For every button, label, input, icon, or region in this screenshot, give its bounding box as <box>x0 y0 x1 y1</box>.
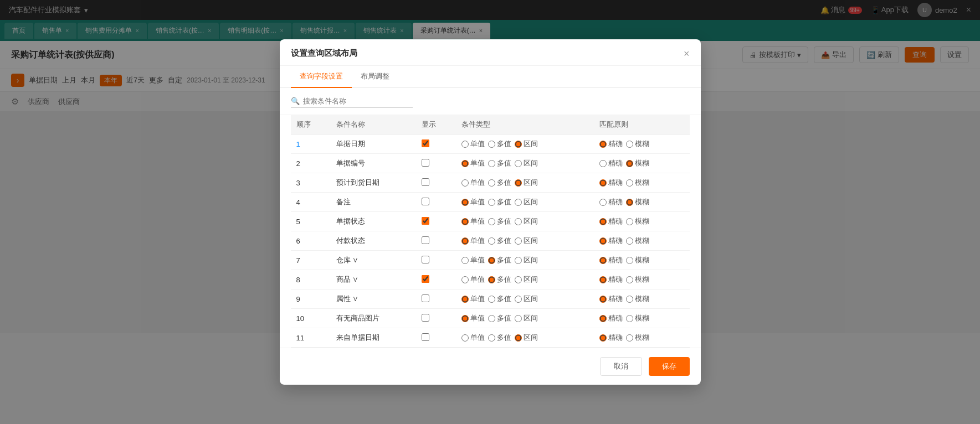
match-option-精确[interactable]: 精确 <box>599 333 623 333</box>
row-type-cell: 单值多值区间 <box>456 135 593 154</box>
type-option-单值[interactable]: 单值 <box>461 333 485 333</box>
table-row: 5单据状态单值多值区间精确模糊 <box>291 212 690 231</box>
table-row: 4备注单值多值区间精确模糊 <box>291 193 690 212</box>
type-option-区间[interactable]: 区间 <box>515 178 538 188</box>
type-option-单值[interactable]: 单值 <box>461 275 485 285</box>
type-option-区间[interactable]: 区间 <box>515 216 538 226</box>
row-type-cell: 单值多值区间 <box>456 231 593 251</box>
type-option-区间[interactable]: 区间 <box>515 313 538 323</box>
row-match-cell: 精确模糊 <box>594 231 690 251</box>
row-condition-name: 来自单据日期 <box>331 328 416 334</box>
row-type-cell: 单值多值区间 <box>456 251 593 270</box>
table-row: 8商品 ∨单值多值区间精确模糊 <box>291 270 690 289</box>
display-checkbox[interactable] <box>422 198 429 205</box>
match-option-精确[interactable]: 精确 <box>599 255 623 265</box>
row-order: 4 <box>291 193 331 212</box>
type-option-多值[interactable]: 多值 <box>488 236 511 246</box>
match-option-模糊[interactable]: 模糊 <box>626 139 649 149</box>
type-option-单值[interactable]: 单值 <box>461 139 485 149</box>
dialog-tabs: 查询字段设置 布局调整 <box>280 66 701 88</box>
row-match-cell: 精确模糊 <box>594 251 690 270</box>
table-row: 11来自单据日期单值多值区间精确模糊 <box>291 328 690 334</box>
display-checkbox[interactable] <box>422 256 429 263</box>
display-checkbox[interactable] <box>422 275 429 283</box>
dialog-tab-layout[interactable]: 布局调整 <box>352 66 398 88</box>
row-type-cell: 单值多值区间 <box>456 270 593 289</box>
row-match-cell: 精确模糊 <box>594 135 690 154</box>
type-option-多值[interactable]: 多值 <box>488 139 511 149</box>
type-option-单值[interactable]: 单值 <box>461 313 485 323</box>
row-order: 8 <box>291 270 331 289</box>
row-condition-name: 属性 ∨ <box>331 289 416 309</box>
table-row: 6付款状态单值多值区间精确模糊 <box>291 231 690 251</box>
match-option-精确[interactable]: 精确 <box>599 313 623 323</box>
row-match-cell: 精确模糊 <box>594 212 690 231</box>
type-option-区间[interactable]: 区间 <box>515 236 538 246</box>
match-option-模糊[interactable]: 模糊 <box>626 236 649 246</box>
search-input[interactable] <box>303 97 403 105</box>
type-option-单值[interactable]: 单值 <box>461 178 485 188</box>
type-option-多值[interactable]: 多值 <box>488 294 511 304</box>
match-option-模糊[interactable]: 模糊 <box>626 255 649 265</box>
type-option-单值[interactable]: 单值 <box>461 216 485 226</box>
type-option-多值[interactable]: 多值 <box>488 197 511 207</box>
dialog-close-button[interactable]: × <box>684 49 690 59</box>
match-option-精确[interactable]: 精确 <box>599 139 623 149</box>
display-checkbox[interactable] <box>422 333 429 334</box>
type-option-多值[interactable]: 多值 <box>488 275 511 285</box>
match-option-精确[interactable]: 精确 <box>599 178 623 188</box>
display-checkbox[interactable] <box>422 314 429 322</box>
type-option-多值[interactable]: 多值 <box>488 313 511 323</box>
match-option-精确[interactable]: 精确 <box>599 294 623 304</box>
row-condition-name: 预计到货日期 <box>331 173 416 193</box>
type-option-单值[interactable]: 单值 <box>461 236 485 246</box>
row-order: 6 <box>291 231 331 251</box>
type-option-区间[interactable]: 区间 <box>515 139 538 149</box>
match-option-精确[interactable]: 精确 <box>599 216 623 226</box>
type-option-单值[interactable]: 单值 <box>461 197 485 207</box>
match-option-精确[interactable]: 精确 <box>599 158 623 168</box>
row-display-checkbox-cell <box>416 309 456 328</box>
type-option-区间[interactable]: 区间 <box>515 255 538 265</box>
type-option-单值[interactable]: 单值 <box>461 158 485 168</box>
type-option-多值[interactable]: 多值 <box>488 216 511 226</box>
type-option-区间[interactable]: 区间 <box>515 333 538 333</box>
display-checkbox[interactable] <box>422 159 429 167</box>
type-option-区间[interactable]: 区间 <box>515 294 538 304</box>
match-option-模糊[interactable]: 模糊 <box>626 294 649 304</box>
match-option-精确[interactable]: 精确 <box>599 275 623 285</box>
row-display-checkbox-cell <box>416 231 456 251</box>
dialog-title: 设置查询区域布局 <box>291 48 357 59</box>
display-checkbox[interactable] <box>422 236 429 244</box>
type-option-区间[interactable]: 区间 <box>515 197 538 207</box>
match-option-模糊[interactable]: 模糊 <box>626 275 649 285</box>
display-checkbox[interactable] <box>422 294 429 302</box>
type-option-多值[interactable]: 多值 <box>488 178 511 188</box>
type-option-区间[interactable]: 区间 <box>515 158 538 168</box>
display-checkbox[interactable] <box>422 217 429 225</box>
match-option-模糊[interactable]: 模糊 <box>626 313 649 323</box>
row-match-cell: 精确模糊 <box>594 289 690 309</box>
type-option-单值[interactable]: 单值 <box>461 294 485 304</box>
row-condition-name: 单据日期 <box>331 135 416 154</box>
match-option-模糊[interactable]: 模糊 <box>626 197 649 207</box>
row-match-cell: 精确模糊 <box>594 193 690 212</box>
type-option-区间[interactable]: 区间 <box>515 275 538 285</box>
match-option-精确[interactable]: 精确 <box>599 197 623 207</box>
display-checkbox[interactable] <box>422 178 429 186</box>
table-row: 3预计到货日期单值多值区间精确模糊 <box>291 173 690 193</box>
match-option-模糊[interactable]: 模糊 <box>626 158 649 168</box>
display-checkbox[interactable] <box>422 139 429 147</box>
type-option-多值[interactable]: 多值 <box>488 158 511 168</box>
type-option-多值[interactable]: 多值 <box>488 255 511 265</box>
row-display-checkbox-cell <box>416 193 456 212</box>
row-order: 11 <box>291 328 331 334</box>
dialog-tab-fields[interactable]: 查询字段设置 <box>291 66 352 88</box>
match-option-模糊[interactable]: 模糊 <box>626 333 649 333</box>
dialog-tab-layout-label: 布局调整 <box>361 72 389 80</box>
match-option-精确[interactable]: 精确 <box>599 236 623 246</box>
type-option-单值[interactable]: 单值 <box>461 255 485 265</box>
type-option-多值[interactable]: 多值 <box>488 333 511 333</box>
match-option-模糊[interactable]: 模糊 <box>626 216 649 226</box>
match-option-模糊[interactable]: 模糊 <box>626 178 649 188</box>
